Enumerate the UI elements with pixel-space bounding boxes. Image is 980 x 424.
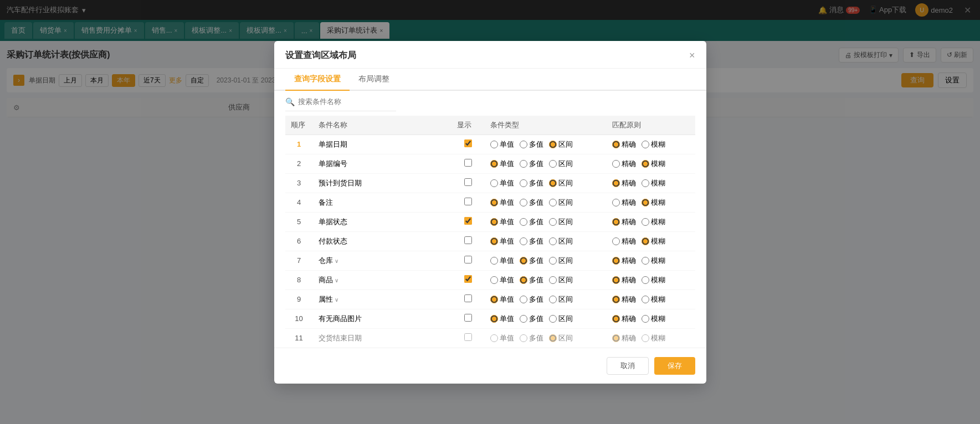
- show-checkbox[interactable]: [464, 139, 472, 147]
- match-option[interactable]: 精确: [612, 236, 636, 246]
- condition-name: 有无商品图片: [313, 309, 451, 328]
- match-option[interactable]: 模糊: [642, 139, 665, 149]
- type-option[interactable]: 多值: [520, 294, 543, 304]
- condition-show: [451, 212, 485, 231]
- type-option[interactable]: 区间: [549, 275, 573, 285]
- match-option[interactable]: 模糊: [642, 236, 665, 246]
- condition-row: 9属性 ∨单值多值区间精确模糊: [285, 289, 695, 309]
- type-option[interactable]: 多值: [520, 236, 543, 246]
- match-option[interactable]: 精确: [612, 314, 636, 324]
- match-option[interactable]: 精确: [612, 217, 636, 227]
- type-option[interactable]: 多值: [520, 333, 543, 343]
- type-option[interactable]: 区间: [549, 159, 573, 169]
- condition-type: 单值多值区间: [485, 193, 607, 212]
- condition-show: [451, 289, 485, 309]
- condition-row: 7仓库 ∨单值多值区间精确模糊: [285, 251, 695, 270]
- type-option[interactable]: 多值: [520, 256, 543, 266]
- show-checkbox[interactable]: [464, 217, 472, 225]
- match-option[interactable]: 精确: [612, 256, 636, 266]
- match-option[interactable]: 模糊: [642, 178, 665, 188]
- match-option[interactable]: 模糊: [642, 314, 665, 324]
- match-option[interactable]: 精确: [612, 333, 636, 343]
- type-option[interactable]: 单值: [490, 275, 514, 285]
- match-option[interactable]: 模糊: [642, 217, 665, 227]
- type-option[interactable]: 多值: [520, 178, 543, 188]
- condition-show: [451, 231, 485, 251]
- cancel-btn[interactable]: 取消: [607, 357, 649, 375]
- type-option[interactable]: 单值: [490, 198, 514, 208]
- match-option[interactable]: 精确: [612, 139, 636, 149]
- condition-name: 属性 ∨: [313, 289, 451, 309]
- condition-match: 精确模糊: [607, 309, 695, 328]
- condition-order: 10: [285, 309, 313, 328]
- condition-show: [451, 193, 485, 212]
- modal-search: 🔍: [285, 97, 396, 111]
- type-option[interactable]: 区间: [549, 217, 573, 227]
- modal: 设置查询区域布局 × 查询字段设置 布局调整 🔍: [274, 41, 706, 384]
- condition-order: 1: [285, 135, 313, 154]
- modal-close-btn[interactable]: ×: [689, 50, 695, 60]
- match-option[interactable]: 精确: [612, 275, 636, 285]
- type-option[interactable]: 单值: [490, 217, 514, 227]
- modal-overlay: 设置查询区域布局 × 查询字段设置 布局调整 🔍: [0, 0, 980, 424]
- show-checkbox[interactable]: [464, 275, 472, 283]
- condition-type: 单值多值区间: [485, 135, 607, 154]
- type-option[interactable]: 多值: [520, 217, 543, 227]
- match-option[interactable]: 精确: [612, 294, 636, 304]
- search-input[interactable]: [298, 97, 396, 106]
- condition-order: 4: [285, 193, 313, 212]
- type-option[interactable]: 区间: [549, 314, 573, 324]
- show-checkbox[interactable]: [464, 256, 472, 263]
- show-checkbox[interactable]: [464, 294, 472, 302]
- type-option[interactable]: 多值: [520, 198, 543, 208]
- th-order: 顺序: [285, 116, 313, 135]
- match-option[interactable]: 模糊: [642, 159, 665, 169]
- type-option[interactable]: 单值: [490, 256, 514, 266]
- type-option[interactable]: 区间: [549, 236, 573, 246]
- show-checkbox[interactable]: [464, 159, 472, 167]
- match-option[interactable]: 模糊: [642, 198, 665, 208]
- type-option[interactable]: 单值: [490, 236, 514, 246]
- type-option[interactable]: 区间: [549, 178, 573, 188]
- match-option[interactable]: 模糊: [642, 294, 665, 304]
- condition-match: 精确模糊: [607, 193, 695, 212]
- condition-name: 付款状态: [313, 231, 451, 251]
- condition-match: 精确模糊: [607, 212, 695, 231]
- show-checkbox[interactable]: [464, 333, 472, 341]
- tab-query-fields[interactable]: 查询字段设置: [285, 69, 350, 91]
- type-option[interactable]: 多值: [520, 139, 543, 149]
- show-checkbox[interactable]: [464, 178, 472, 186]
- match-option[interactable]: 模糊: [642, 275, 665, 285]
- condition-match: 精确模糊: [607, 251, 695, 270]
- show-checkbox[interactable]: [464, 314, 472, 322]
- type-option[interactable]: 单值: [490, 178, 514, 188]
- type-option[interactable]: 多值: [520, 159, 543, 169]
- match-option[interactable]: 精确: [612, 178, 636, 188]
- type-option[interactable]: 区间: [549, 198, 573, 208]
- type-option[interactable]: 单值: [490, 159, 514, 169]
- match-option[interactable]: 精确: [612, 159, 636, 169]
- condition-order: 9: [285, 289, 313, 309]
- type-option[interactable]: 单值: [490, 333, 514, 343]
- condition-row: 2单据编号单值多值区间精确模糊: [285, 154, 695, 173]
- type-option[interactable]: 多值: [520, 275, 543, 285]
- condition-order: 7: [285, 251, 313, 270]
- type-option[interactable]: 多值: [520, 314, 543, 324]
- conditions-table: 顺序 条件名称 显示 条件类型 匹配原则 1单据日期单值多值区间精确模糊2单据编…: [285, 116, 695, 348]
- condition-match: 精确模糊: [607, 173, 695, 193]
- save-btn[interactable]: 保存: [654, 357, 695, 375]
- match-option[interactable]: 模糊: [642, 256, 665, 266]
- match-option[interactable]: 精确: [612, 198, 636, 208]
- type-option[interactable]: 区间: [549, 139, 573, 149]
- type-option[interactable]: 单值: [490, 294, 514, 304]
- type-option[interactable]: 区间: [549, 333, 573, 343]
- type-option[interactable]: 单值: [490, 139, 514, 149]
- tab-layout-adjust[interactable]: 布局调整: [350, 69, 398, 91]
- type-option[interactable]: 单值: [490, 314, 514, 324]
- show-checkbox[interactable]: [464, 236, 472, 244]
- show-checkbox[interactable]: [464, 198, 472, 205]
- match-option[interactable]: 模糊: [642, 333, 665, 343]
- type-option[interactable]: 区间: [549, 256, 573, 266]
- type-option[interactable]: 区间: [549, 294, 573, 304]
- condition-name: 交货结束日期: [313, 328, 451, 348]
